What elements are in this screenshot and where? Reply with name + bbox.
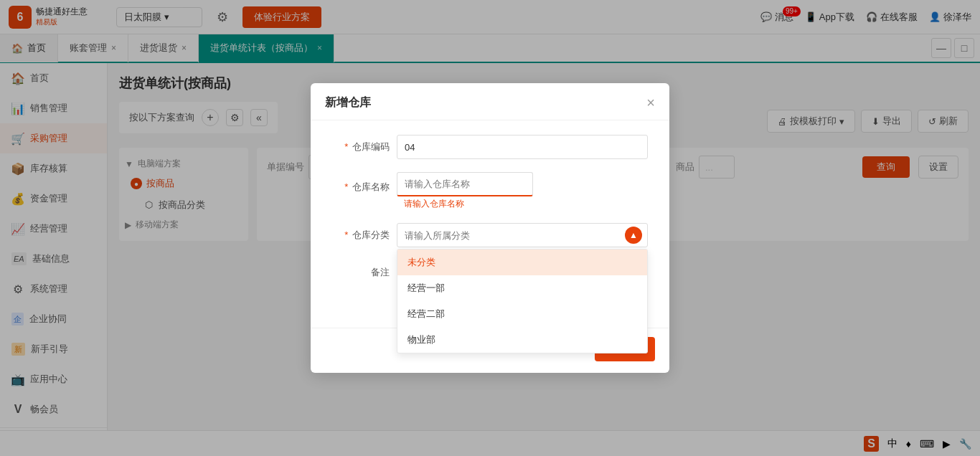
category-label: * 仓库分类: [332, 223, 397, 242]
category-select-wrap: ▲ 未分类 经营一部 经营二部 物业部: [397, 223, 648, 247]
add-warehouse-modal: 新增仓库 × * 仓库编码 * 仓库名称: [311, 83, 669, 373]
dropdown-item-none[interactable]: 未分类: [397, 250, 647, 275]
category-dropdown: 未分类 经营一部 经营二部 物业部: [397, 249, 648, 353]
dropdown-item-property[interactable]: 物业部: [397, 327, 647, 353]
required-star-category: *: [344, 229, 348, 240]
warehouse-name-input[interactable]: [397, 172, 533, 196]
name-error-wrap: 请输入仓库名称: [404, 198, 464, 210]
modal-overlay: 新增仓库 × * 仓库编码 * 仓库名称: [0, 0, 980, 456]
modal-body: * 仓库编码 * 仓库名称 请输入仓库名称: [311, 120, 669, 328]
name-label: * 仓库名称: [332, 175, 397, 194]
code-label: * 仓库编码: [332, 135, 397, 153]
dropdown-item-dept1[interactable]: 经营一部: [397, 275, 647, 301]
category-input[interactable]: [397, 223, 648, 247]
form-row-name-inner: * 仓库名称: [332, 172, 533, 196]
required-star-name: *: [344, 181, 348, 192]
required-star-code: *: [344, 141, 348, 152]
form-row-code: * 仓库编码: [332, 135, 648, 159]
dropdown-item-dept2[interactable]: 经营二部: [397, 301, 647, 327]
form-row-category: * 仓库分类 ▲ 未分类 经营一部 经营二部 物业部: [332, 223, 648, 247]
modal-close-btn[interactable]: ×: [646, 95, 655, 111]
modal-header: 新增仓库 ×: [311, 83, 669, 120]
form-row-name: * 仓库名称 请输入仓库名称: [332, 172, 648, 210]
warehouse-code-input[interactable]: [397, 135, 648, 159]
name-error-msg: 请输入仓库名称: [404, 198, 464, 210]
note-label: 备注: [332, 260, 397, 279]
modal-title: 新增仓库: [325, 95, 371, 110]
